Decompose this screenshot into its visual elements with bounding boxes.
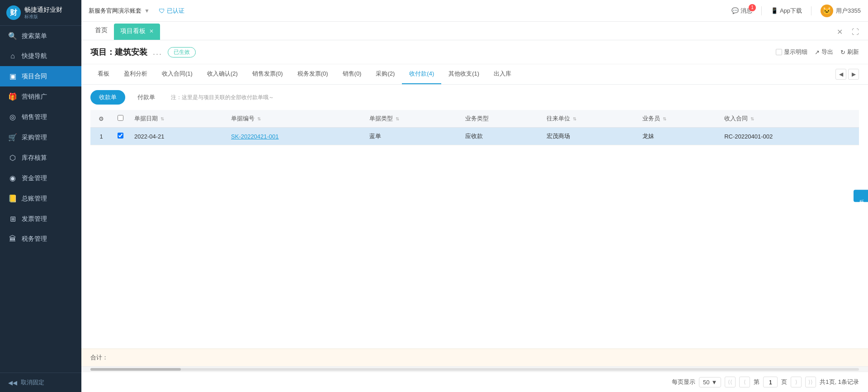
row-salesman: 龙妹 (637, 128, 719, 145)
show-detail-label: 显示明细 (784, 48, 807, 56)
message-button[interactable]: 💬 消息 1 (731, 7, 752, 15)
page-size-arrow: ▼ (711, 379, 717, 386)
tab-home-label: 首页 (95, 26, 108, 33)
col-salesman[interactable]: 业务员 ⇅ (637, 110, 719, 128)
maximize-button[interactable]: ⛶ (850, 26, 861, 38)
subtab-income-confirm[interactable]: 收入确认(2) (200, 64, 245, 84)
gift-icon: 🎁 (8, 92, 17, 101)
page-input[interactable] (763, 377, 778, 387)
subtab-inout[interactable]: 出入库 (486, 64, 519, 84)
user-menu[interactable]: 🐱 用户3355 (821, 5, 861, 17)
scrollbar-thumb[interactable] (90, 368, 181, 371)
tax-icon: 🏛 (8, 235, 17, 243)
show-detail-checkbox[interactable]: 显示明细 (776, 48, 807, 56)
subtab-tax-invoice[interactable]: 税务发票(0) (290, 64, 335, 84)
col-date-label: 单据日期 (134, 115, 158, 122)
topbar: 新服务官网演示账套 ▼ 🛡 已认证 💬 消息 1 📱 App下载 🐱 用户335… (81, 0, 868, 22)
ledger-icon: 📒 (8, 194, 17, 203)
sidebar-item-purchase[interactable]: 🛒 采购管理 (0, 127, 81, 148)
col-code[interactable]: 单据编号 ⇅ (226, 110, 364, 128)
page-size-select[interactable]: 50 ▼ (699, 377, 721, 387)
unpin-label: 取消固定 (21, 378, 44, 387)
row-date: 2022-04-21 (129, 128, 226, 145)
subtab-profit[interactable]: 盈利分析 (117, 64, 155, 84)
sort-icon4: ⇅ (573, 116, 576, 121)
subtab-sales[interactable]: 销售(0) (335, 64, 369, 84)
sidebar-item-sales[interactable]: ◎ 销售管理 (0, 107, 81, 127)
subtab-prev-button[interactable]: ◀ (835, 69, 846, 80)
total-info: 共1页, 1条记录 (820, 378, 859, 386)
row-biz-type: 应收款 (460, 128, 541, 145)
row-type: 蓝单 (364, 128, 460, 145)
first-page-button[interactable]: ⟨⟨ (725, 377, 736, 387)
search-icon: 🔍 (8, 32, 17, 40)
row-code-link[interactable]: SK-20220421-001 (231, 133, 279, 140)
payment-tab[interactable]: 付款单 (129, 90, 164, 105)
tab-close-icon[interactable]: ✕ (149, 28, 154, 34)
sidebar: 财 畅捷通好业财 标准版 🔍 搜索菜单 ⌂ 快捷导航 ▣ 项目合同 🎁 营销推广… (0, 0, 81, 392)
subtab-receipts[interactable]: 收付款(4) (402, 64, 441, 84)
sidebar-item-tax[interactable]: 🏛 税务管理 (0, 229, 81, 249)
sidebar-item-shortcut[interactable]: ⌂ 快捷导航 (0, 46, 81, 66)
scrollbar-track[interactable] (90, 368, 859, 371)
last-page-button[interactable]: ⟩⟩ (805, 377, 816, 387)
close-button[interactable]: ✕ (835, 26, 844, 38)
sidebar-item-marketing[interactable]: 🎁 营销推广 (0, 86, 81, 107)
next-page-button[interactable]: ⟩ (791, 377, 802, 387)
table-row[interactable]: 1 2022-04-21 SK-20220421-001 蓝单 应收款 宏茂商场… (90, 128, 859, 145)
inventory-icon: ⬡ (8, 153, 17, 162)
col-partner[interactable]: 往来单位 ⇅ (541, 110, 637, 128)
row-partner: 宏茂商场 (541, 128, 637, 145)
sales-icon: ◎ (8, 113, 17, 121)
subtab-other-expense[interactable]: 其他收支(1) (441, 64, 486, 84)
sidebar-item-label: 项目合同 (22, 72, 47, 81)
subtab-next-button[interactable]: ▶ (848, 69, 859, 80)
col-type[interactable]: 单据类型 ⇅ (364, 110, 460, 128)
subtab-purchase[interactable]: 采购(2) (368, 64, 402, 84)
sidebar-item-label: 发票管理 (22, 215, 47, 223)
project-title-value: 建筑安装 (115, 48, 147, 57)
logo-icon: 财 (6, 5, 21, 20)
sort-icon6: ⇅ (750, 116, 754, 121)
export-button[interactable]: ↗ 导出 (815, 48, 833, 56)
user-avatar: 🐱 (821, 5, 833, 17)
sidebar-item-project[interactable]: ▣ 项目合同 (0, 66, 81, 86)
sidebar-item-inventory[interactable]: ⬡ 库存核算 (0, 148, 81, 168)
row-income-contract: RC-20220401-002 (719, 128, 859, 145)
refresh-button[interactable]: ↻ 刷新 (840, 48, 859, 56)
pagination: 每页显示 50 ▼ ⟨⟨ ⟨ 第 页 ⟩ ⟩⟩ 共1页, 1条记录 (81, 372, 868, 392)
sidebar-item-finance[interactable]: ◉ 资金管理 (0, 168, 81, 188)
app-download-button[interactable]: 📱 App下载 (771, 7, 802, 15)
sidebar-item-ledger[interactable]: 📒 总账管理 (0, 188, 81, 209)
app-label: App下载 (780, 7, 802, 15)
subtab-sales-invoice[interactable]: 销售发票(0) (245, 64, 290, 84)
finance-icon: ◉ (8, 174, 17, 182)
unpin-button[interactable]: ◀◀ 取消固定 (0, 373, 81, 392)
divider2 (811, 6, 811, 15)
more-options-button[interactable]: ... (153, 48, 162, 57)
subtab-kanban[interactable]: 看板 (90, 64, 117, 84)
table-header: ⚙ 单据日期 ⇅ 单据编号 ⇅ (90, 110, 859, 128)
prev-page-button[interactable]: ⟨ (739, 377, 750, 387)
sidebar-item-search[interactable]: 🔍 搜索菜单 (0, 26, 81, 46)
topbar-right: 💬 消息 1 📱 App下载 🐱 用户3355 (731, 5, 861, 17)
logo-subtitle: 标准版 (24, 14, 62, 20)
feedback-button[interactable]: 反 馈 (854, 190, 868, 202)
row-checkbox[interactable] (118, 133, 123, 139)
sidebar-item-invoice[interactable]: ⊞ 发票管理 (0, 209, 81, 229)
col-income-contract[interactable]: 收入合同 ⇅ (719, 110, 859, 128)
tabbar: 首页 项目看板 ✕ ✕ ⛶ (81, 22, 868, 40)
subtab-income-contract[interactable]: 收入合同(1) (155, 64, 200, 84)
col-date[interactable]: 单据日期 ⇅ (129, 110, 226, 128)
home-icon: ⌂ (8, 52, 17, 60)
project-header: 项目：建筑安装 ... 已生效 显示明细 ↗ 导出 ↻ 刷新 (81, 40, 868, 64)
settings-icon[interactable]: ⚙ (99, 115, 104, 122)
receipt-tab[interactable]: 收款单 (90, 90, 125, 105)
select-all-checkbox[interactable] (118, 115, 123, 121)
logo-text-wrap: 畅捷通好业财 标准版 (24, 5, 62, 20)
project-selector[interactable]: 新服务官网演示账套 ▼ (89, 7, 150, 15)
col-num: ⚙ (90, 110, 112, 128)
tab-project-board[interactable]: 项目看板 ✕ (114, 24, 160, 40)
sort-icon2: ⇅ (257, 116, 261, 121)
tab-home[interactable]: 首页 (89, 22, 114, 40)
